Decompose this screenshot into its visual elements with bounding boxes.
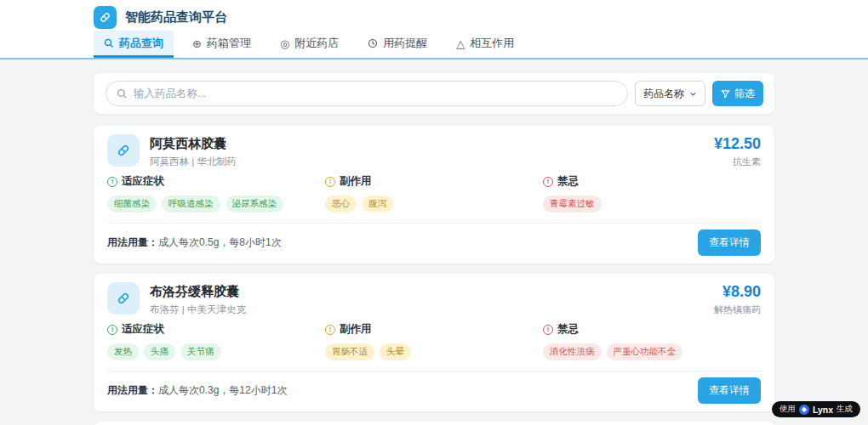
- search-input-wrapper: [106, 81, 628, 106]
- main-content: 药品名称 筛选 阿莫西林胶囊 阿莫西林 | 华北制药 ¥12.50: [94, 60, 774, 425]
- side-effects-icon: !: [325, 325, 335, 335]
- section-label: 适应症状: [122, 322, 164, 337]
- side-effect-tags: 恶心腹泻: [325, 196, 543, 212]
- warning-triangle-icon: △: [456, 38, 465, 49]
- capsule-icon: [107, 134, 140, 167]
- tag: 胃肠不适: [325, 343, 374, 360]
- search-icon: [104, 38, 114, 48]
- tag: 青霉素过敏: [543, 196, 602, 212]
- tag: 恶心: [325, 196, 357, 212]
- section-label: 禁忌: [557, 174, 579, 189]
- drug-card: 布洛芬缓释胶囊 布洛芬 | 中美天津史克 ¥8.90 解热镇痛药 !适应症状 发…: [94, 274, 774, 411]
- drug-card: 感冒灵颗粒 复方感冒药 | 三九医药 ¥15.60 感冒药 !适应症状 感冒流感…: [94, 422, 774, 425]
- filter-button-label: 筛选: [734, 87, 755, 101]
- tab-label: 药箱管理: [207, 36, 251, 51]
- side-effects-title: !副作用: [325, 174, 543, 189]
- lynx-badge: 使用 ◆ Lynx 生成: [772, 401, 860, 417]
- indication-tags: 发热头痛关节痛: [107, 343, 325, 360]
- usage-text: 用法用量：成人每次0.5g，每8小时1次: [107, 235, 282, 250]
- contraindications-title: !禁忌: [543, 174, 761, 189]
- drug-name: 阿莫西林胶囊: [150, 136, 704, 152]
- side-effects-col: !副作用 恶心腹泻: [325, 174, 543, 212]
- price-block: ¥8.90 解热镇痛药: [714, 282, 761, 316]
- app-header: 智能药品查询平台 药品查询 ⊕ 药箱管理 ◎ 附近药店: [0, 0, 868, 60]
- drug-card-footer: 用法用量：成人每次0.3g，每12小时1次 查看详情: [107, 371, 761, 411]
- indications-title: !适应症状: [107, 174, 325, 189]
- usage-label: 用法用量：: [107, 384, 158, 396]
- search-icon: [117, 88, 128, 99]
- tag: 腹泻: [362, 196, 393, 212]
- tag: 消化性溃疡: [543, 343, 602, 360]
- filter-button[interactable]: 筛选: [712, 81, 763, 106]
- lynx-badge-suffix: 生成: [837, 404, 853, 415]
- search-bar-card: 药品名称 筛选: [94, 73, 774, 114]
- select-value: 药品名称: [643, 87, 684, 101]
- indications-col: !适应症状 发热头痛关节痛: [107, 322, 325, 360]
- app-logo-capsule-icon: [94, 6, 117, 29]
- contraindications-col: !禁忌 消化性溃疡严重心功能不全: [543, 322, 761, 360]
- tab-nearby-pharmacy[interactable]: ◎ 附近药店: [270, 31, 349, 58]
- drug-head: 布洛芬缓释胶囊 布洛芬 | 中美天津史克: [150, 282, 704, 316]
- contraindications-col: !禁忌 青霉素过敏: [543, 174, 761, 212]
- lynx-logo-icon: ◆: [799, 405, 809, 415]
- tab-label: 附近药店: [294, 36, 339, 51]
- side-effect-tags: 胃肠不适头晕: [325, 343, 543, 360]
- drug-price: ¥12.50: [714, 135, 761, 153]
- chevron-down-icon: [689, 90, 697, 98]
- capsule-icon: [107, 282, 140, 314]
- section-label: 适应症状: [122, 174, 164, 189]
- tag: 头晕: [380, 343, 411, 360]
- tab-drug-search[interactable]: 药品查询: [94, 31, 174, 58]
- tag: 泌尿系感染: [226, 196, 284, 212]
- search-type-select[interactable]: 药品名称: [635, 81, 705, 106]
- contraindication-tags: 青霉素过敏: [543, 196, 761, 212]
- usage-text: 用法用量：成人每次0.3g，每12小时1次: [107, 383, 287, 398]
- view-details-button[interactable]: 查看详情: [698, 377, 761, 404]
- tag: 发热: [107, 343, 139, 360]
- drug-query-platform-page: 智能药品查询平台 药品查询 ⊕ 药箱管理 ◎ 附近药店: [0, 0, 868, 425]
- side-effects-title: !副作用: [325, 322, 543, 337]
- indications-title: !适应症状: [107, 322, 325, 337]
- drug-info-row: !适应症状 发热头痛关节痛 !副作用 胃肠不适头晕 !禁忌 消化性溃疡严重心功能…: [107, 322, 761, 360]
- lynx-badge-prefix: 使用: [779, 404, 796, 415]
- location-icon: ◎: [280, 38, 289, 49]
- usage-label: 用法用量：: [107, 236, 158, 248]
- tag: 严重心功能不全: [607, 343, 683, 360]
- nav-tabs: 药品查询 ⊕ 药箱管理 ◎ 附近药店 用药提醒 △: [94, 31, 774, 58]
- funnel-icon: [721, 89, 730, 99]
- tab-medicine-box[interactable]: ⊕ 药箱管理: [182, 31, 261, 58]
- drug-card-footer: 用法用量：成人每次0.5g，每8小时1次 查看详情: [107, 223, 761, 264]
- section-label: 禁忌: [557, 322, 579, 337]
- tab-label: 用药提醒: [383, 36, 427, 51]
- capsule-icon: [98, 10, 112, 25]
- indications-icon: !: [107, 325, 117, 335]
- contraindication-tags: 消化性溃疡严重心功能不全: [543, 343, 761, 360]
- indication-tags: 细菌感染呼吸道感染泌尿系感染: [107, 196, 325, 212]
- app-title: 智能药品查询平台: [125, 9, 227, 26]
- section-label: 副作用: [340, 174, 372, 189]
- drug-subtitle: 阿莫西林 | 华北制药: [150, 156, 704, 168]
- contraindications-icon: !: [543, 325, 553, 335]
- tab-interactions[interactable]: △ 相互作用: [446, 31, 524, 58]
- view-details-button[interactable]: 查看详情: [698, 230, 761, 256]
- drug-head: 阿莫西林胶囊 阿莫西林 | 华北制药: [150, 134, 704, 168]
- tag: 呼吸道感染: [162, 196, 220, 212]
- drug-info-row: !适应症状 细菌感染呼吸道感染泌尿系感染 !副作用 恶心腹泻 !禁忌 青霉素过敏: [107, 174, 761, 212]
- contraindications-icon: !: [543, 177, 553, 187]
- drug-name: 布洛芬缓释胶囊: [150, 284, 704, 300]
- drug-card: 阿莫西林胶囊 阿莫西林 | 华北制药 ¥12.50 抗生素 !适应症状 细菌感染…: [94, 126, 774, 264]
- plus-circle-icon: ⊕: [192, 38, 202, 49]
- tab-label: 相互作用: [470, 36, 514, 51]
- drug-category: 解热镇痛药: [714, 303, 761, 316]
- lynx-brand: Lynx: [813, 405, 833, 415]
- tab-label: 药品查询: [119, 36, 163, 51]
- tag: 头痛: [144, 343, 175, 360]
- search-input[interactable]: [134, 88, 617, 99]
- indications-icon: !: [107, 177, 117, 187]
- tab-medication-reminder[interactable]: 用药提醒: [357, 31, 437, 58]
- section-label: 副作用: [340, 322, 372, 337]
- drug-category: 抗生素: [714, 156, 761, 168]
- tag: 关节痛: [180, 343, 221, 360]
- indications-col: !适应症状 细菌感染呼吸道感染泌尿系感染: [107, 174, 325, 212]
- drug-price: ¥8.90: [714, 283, 761, 301]
